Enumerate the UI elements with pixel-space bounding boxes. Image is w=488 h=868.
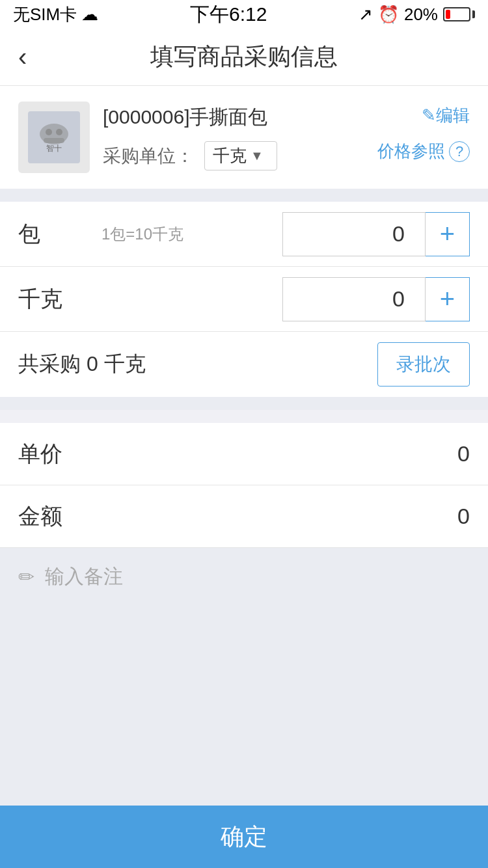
product-info: [0000006]手撕面包 采购单位： 千克 ▼ xyxy=(103,104,364,170)
product-actions: ✎编辑 价格参照 ? xyxy=(377,102,470,163)
remarks-section[interactable]: ✏ 输入备注 xyxy=(0,548,488,606)
amount-label: 金额 xyxy=(18,502,62,532)
unit-label: 采购单位： xyxy=(103,144,194,169)
battery-icon xyxy=(443,7,475,21)
batch-button[interactable]: 录批次 xyxy=(377,342,470,387)
section-divider-2 xyxy=(0,397,488,410)
confirm-button[interactable]: 确定 xyxy=(0,806,488,868)
product-card: 智十 [0000006]手撕面包 采购单位： 千克 ▼ ✎编辑 价格参照 ? xyxy=(0,86,488,189)
unit-price-row: 单价 0 xyxy=(0,423,488,485)
status-left: 无SIM卡 ☁ xyxy=(13,3,98,26)
bao-input-row: 包 1包=10千克 + xyxy=(0,202,488,267)
empty-area xyxy=(0,606,488,840)
svg-point-2 xyxy=(56,129,62,135)
kg-input-right: + xyxy=(282,277,470,321)
confirm-button-label: 确定 xyxy=(221,821,267,853)
alarm-icon: ⏰ xyxy=(378,5,399,25)
amount-row: 金额 0 xyxy=(0,485,488,548)
bao-input-right: + xyxy=(282,212,470,256)
kg-input[interactable] xyxy=(282,277,426,321)
kg-input-row: 千克 + xyxy=(0,267,488,332)
kg-label: 千克 xyxy=(18,284,96,314)
kg-plus-button[interactable]: + xyxy=(426,277,470,321)
status-right: ↗ ⏰ 20% xyxy=(359,5,475,25)
page-title: 填写商品采购信息 xyxy=(150,41,338,73)
bao-sublabel: 1包=10千克 xyxy=(102,224,183,245)
unit-price-value: 0 xyxy=(457,441,470,467)
price-reference-button[interactable]: 价格参照 ? xyxy=(377,140,470,163)
status-time: 下午6:12 xyxy=(190,1,267,28)
remarks-placeholder: 输入备注 xyxy=(45,563,123,590)
svg-text:智十: 智十 xyxy=(46,144,62,153)
info-section: 单价 0 金额 0 xyxy=(0,423,488,548)
product-name: [0000006]手撕面包 xyxy=(103,104,364,131)
product-thumbnail: 智十 xyxy=(18,102,90,173)
bao-plus-button[interactable]: + xyxy=(426,212,470,256)
status-bar: 无SIM卡 ☁ 下午6:12 ↗ ⏰ 20% xyxy=(0,0,488,29)
location-icon: ↗ xyxy=(359,5,373,25)
help-icon: ? xyxy=(449,141,470,162)
unit-price-label: 单价 xyxy=(18,439,62,469)
nav-bar: ‹ 填写商品采购信息 xyxy=(0,29,488,86)
sim-label: 无SIM卡 ☁ xyxy=(13,3,98,26)
unit-selector[interactable]: 千克 ▼ xyxy=(204,141,277,170)
svg-rect-3 xyxy=(44,138,64,143)
product-logo: 智十 xyxy=(28,111,80,163)
battery-percent: 20% xyxy=(404,5,438,25)
svg-point-1 xyxy=(46,129,52,135)
unit-dropdown-arrow: ▼ xyxy=(251,148,264,163)
quantity-section: 包 1包=10千克 + 千克 + xyxy=(0,202,488,332)
amount-value: 0 xyxy=(457,504,470,529)
back-button[interactable]: ‹ xyxy=(18,42,27,72)
pencil-icon: ✏ xyxy=(18,565,34,588)
total-label: 共采购 0 千克 xyxy=(18,350,146,379)
bao-input[interactable] xyxy=(282,212,426,256)
bao-label: 包 xyxy=(18,219,96,249)
total-row: 共采购 0 千克 录批次 xyxy=(0,332,488,397)
edit-button[interactable]: ✎编辑 xyxy=(422,104,470,127)
product-unit-row: 采购单位： 千克 ▼ xyxy=(103,141,364,170)
section-divider-1 xyxy=(0,189,488,202)
unit-value: 千克 xyxy=(213,144,247,167)
